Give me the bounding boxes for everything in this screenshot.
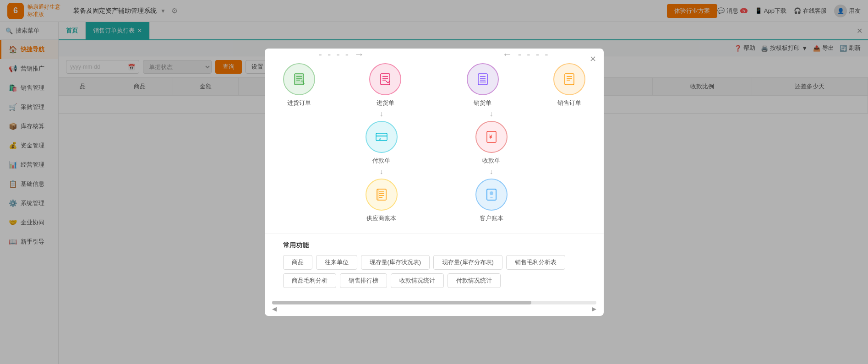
arrow-purchase-order-to-bill: - - - - → <box>315 56 370 60</box>
arrow-down-purchase: ↓ <box>366 107 398 121</box>
svg-text:¥: ¥ <box>378 137 381 141</box>
flow-node-sales-bill[interactable]: 销货单 <box>467 63 499 107</box>
scroll-left-arrow[interactable]: ◀ <box>272 305 277 312</box>
modal-close-button[interactable]: ✕ <box>590 54 596 64</box>
payment-icon: ¥ <box>366 121 398 153</box>
receipt-icon: ¥ <box>475 121 508 153</box>
arrow-down-payment: ↓ <box>366 165 398 179</box>
common-btn-product-margin[interactable]: 商品毛利分析 <box>283 273 336 288</box>
quick-nav-modal: ✕ <box>265 49 604 316</box>
svg-point-29 <box>490 191 493 195</box>
purchase-bill-icon <box>369 63 401 95</box>
sales-order-label: 销售订单 <box>557 99 581 107</box>
arrow-down-sales: ↓ <box>475 107 508 121</box>
common-buttons: 商品 往来单位 现存量(库存状况表) 现存量(库存分布表) 销售毛利分析表 商品… <box>283 255 585 288</box>
scroll-thumb[interactable] <box>272 301 531 304</box>
arrow-down-receipt: ↓ <box>475 165 508 179</box>
purchase-order-label: 进货订单 <box>287 99 311 107</box>
svg-rect-13 <box>565 74 574 85</box>
svg-rect-4 <box>381 74 390 85</box>
sales-bill-icon <box>467 63 499 95</box>
svg-rect-12 <box>480 81 486 83</box>
flow-node-purchase-order[interactable]: 进货订单 <box>283 63 315 107</box>
supplier-ledger-label: 供应商账本 <box>366 214 396 223</box>
flow-node-payment[interactable]: ¥ 付款单 <box>366 121 398 165</box>
modal-scrollbar[interactable]: ◀ ▶ <box>265 299 604 316</box>
sales-order-icon <box>553 63 585 95</box>
common-btn-receipt-stats[interactable]: 收款情况统计 <box>391 273 444 288</box>
common-btn-partner[interactable]: 往来单位 <box>316 255 357 270</box>
common-btn-stock-status[interactable]: 现存量(库存状况表) <box>361 255 430 270</box>
scroll-right-arrow[interactable]: ▶ <box>592 305 596 312</box>
svg-rect-0 <box>295 74 304 85</box>
supplier-ledger-icon <box>366 179 398 211</box>
common-btn-product[interactable]: 商品 <box>283 255 312 270</box>
svg-rect-18 <box>376 135 387 137</box>
flow-node-sales-order[interactable]: 销售订单 <box>553 63 585 107</box>
modal-overlay[interactable]: ✕ <box>0 0 868 364</box>
common-title: 常用功能 <box>283 241 585 250</box>
app-wrapper: 6 畅康通好生意 标准版 装备及固定资产辅助管理系统 ▼ ⚙ 体验行业方案 💬 … <box>0 0 868 364</box>
svg-rect-27 <box>377 189 379 200</box>
common-section: 常用功能 商品 往来单位 现存量(库存状况表) 现存量(库存分布表) 销售毛利分… <box>265 234 604 299</box>
customer-ledger-label: 客户账本 <box>480 214 503 223</box>
receipt-label: 收款单 <box>482 157 500 165</box>
customer-ledger-icon <box>475 179 508 211</box>
common-btn-sales-ranking[interactable]: 销售排行榜 <box>340 273 387 288</box>
svg-text:¥: ¥ <box>489 134 492 140</box>
flow-node-customer-ledger[interactable]: 客户账本 <box>475 179 508 223</box>
common-btn-payment-stats[interactable]: 付款情况统计 <box>448 273 501 288</box>
flow-node-receipt[interactable]: ¥ 收款单 <box>475 121 508 165</box>
flow-section: 进货订单 - - - - → <box>265 49 604 234</box>
scroll-track[interactable] <box>272 301 596 304</box>
arrow-sales-order-to-bill: ← - - - - <box>499 56 553 60</box>
purchase-order-icon <box>283 63 315 95</box>
flow-node-supplier-ledger[interactable]: 供应商账本 <box>366 179 398 223</box>
payment-label: 付款单 <box>372 157 390 165</box>
flow-node-purchase-bill[interactable]: 进货单 <box>369 63 401 107</box>
common-btn-stock-dist[interactable]: 现存量(库存分布表) <box>433 255 502 270</box>
sales-bill-label: 销货单 <box>474 99 491 107</box>
common-btn-sales-margin[interactable]: 销售毛利分析表 <box>506 255 565 270</box>
purchase-bill-label: 进货单 <box>377 99 394 107</box>
